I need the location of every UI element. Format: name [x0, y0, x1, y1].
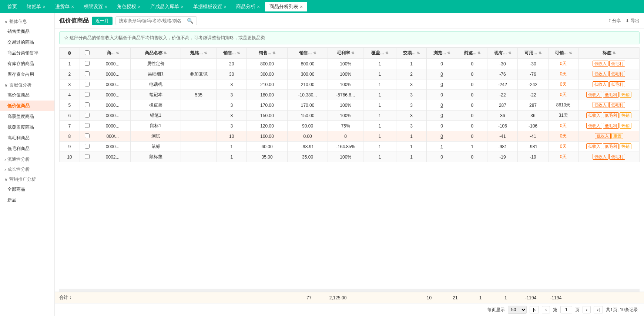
- sidebar-item-stock-capital[interactable]: 库存资金占用: [0, 69, 54, 80]
- first-page-button[interactable]: |‹: [530, 306, 539, 313]
- col-header-transaction[interactable]: 交易... ⇅: [396, 48, 427, 59]
- cell-browse1[interactable]: 0: [427, 152, 457, 162]
- cell-check[interactable]: [80, 79, 95, 90]
- close-icon[interactable]: ✕: [104, 5, 107, 9]
- browse1-link[interactable]: 0: [440, 123, 443, 129]
- cell-browse1[interactable]: 0: [427, 59, 457, 69]
- cell-check[interactable]: [80, 121, 95, 131]
- sidebar-item-high-margin[interactable]: 高毛利商品: [0, 133, 54, 143]
- browse1-link[interactable]: 0: [440, 82, 443, 87]
- col-header-spec[interactable]: 规格... ⇅: [181, 48, 217, 59]
- row-checkbox[interactable]: [85, 154, 90, 159]
- sidebar-item-high-value[interactable]: 高价值商品: [0, 90, 54, 101]
- cell-check[interactable]: [80, 69, 95, 79]
- cell-check[interactable]: [80, 152, 95, 162]
- cell-browse1[interactable]: 0: [427, 131, 457, 142]
- nav-home[interactable]: 首页: [3, 2, 21, 11]
- sidebar-item-traded-products[interactable]: 交易过的商品: [0, 37, 54, 48]
- row-checkbox[interactable]: [85, 102, 90, 107]
- col-header-gross-margin[interactable]: 毛利率 ⇅: [328, 48, 363, 59]
- sidebar-group-circulation[interactable]: › 流通性分析: [0, 154, 54, 164]
- row-checkbox[interactable]: [85, 144, 90, 149]
- col-header-browse2[interactable]: 浏览... ⇅: [457, 48, 487, 59]
- prev-page-button[interactable]: ‹: [542, 306, 550, 313]
- nav-product-analysis[interactable]: 商品分析 ✕: [232, 2, 264, 11]
- cell-browse1[interactable]: 0: [427, 111, 457, 121]
- browse1-link[interactable]: 0: [440, 92, 443, 98]
- cell-browse1[interactable]: 1: [427, 142, 457, 152]
- row-checkbox[interactable]: [85, 92, 90, 97]
- row-checkbox[interactable]: [85, 71, 90, 76]
- close-icon[interactable]: ✕: [224, 5, 227, 9]
- sidebar-item-low-margin[interactable]: 低毛利商品: [0, 143, 54, 154]
- col-header-gear[interactable]: ⚙: [60, 48, 80, 59]
- nav-sales-order[interactable]: 销货单 ✕: [22, 2, 50, 11]
- nav-template[interactable]: 单据模板设置 ✕: [189, 2, 231, 11]
- col-header-tags[interactable]: 标签 ⇅: [578, 48, 639, 59]
- cell-check[interactable]: [80, 131, 95, 142]
- col-header-sales-amount[interactable]: 销售... ⇅: [247, 48, 287, 59]
- sidebar-item-low-coverage[interactable]: 低覆盖度商品: [0, 122, 54, 133]
- browse1-link[interactable]: 1: [440, 144, 443, 149]
- sidebar-group-contribution[interactable]: ∨ 贡献值分析: [0, 80, 54, 90]
- sidebar-item-stock-products[interactable]: 有库存的商品: [0, 58, 54, 69]
- close-icon[interactable]: ✕: [138, 5, 141, 9]
- sidebar-item-new-products[interactable]: 新品: [0, 195, 54, 205]
- cell-browse1[interactable]: 0: [427, 100, 457, 111]
- row-checkbox[interactable]: [85, 113, 90, 118]
- row-checkbox[interactable]: [85, 61, 90, 66]
- browse1-link[interactable]: 0: [440, 154, 443, 160]
- last-page-button[interactable]: ›|: [594, 306, 603, 313]
- share-button[interactable]: ⤴ 分享: [608, 18, 621, 24]
- search-icon[interactable]: 🔍: [187, 18, 193, 24]
- close-icon[interactable]: ✕: [71, 5, 74, 9]
- close-icon[interactable]: ✕: [257, 5, 260, 9]
- sidebar-group-overall[interactable]: ∨ 整体信息: [0, 16, 54, 26]
- search-input[interactable]: [119, 18, 185, 23]
- close-icon[interactable]: ✕: [181, 5, 184, 9]
- nav-product-analysis-list[interactable]: 商品分析列表 ✕: [265, 2, 307, 11]
- browse1-link[interactable]: 0: [440, 134, 443, 139]
- col-header-coverage[interactable]: 覆盖... ⇅: [363, 48, 396, 59]
- sidebar-item-low-value[interactable]: 低价值商品: [0, 101, 54, 111]
- sidebar-item-high-coverage[interactable]: 高覆盖度商品: [0, 111, 54, 122]
- browse1-link[interactable]: 0: [440, 72, 443, 77]
- close-icon[interactable]: ✕: [43, 5, 46, 9]
- row-checkbox[interactable]: [85, 133, 90, 138]
- col-header-check[interactable]: [80, 48, 95, 59]
- col-header-name[interactable]: 商品名称 ⇅: [130, 48, 181, 59]
- cell-browse1[interactable]: 0: [427, 69, 457, 79]
- cell-browse1[interactable]: 0: [427, 121, 457, 131]
- page-size-select[interactable]: 50 100 200: [508, 306, 527, 314]
- col-header-available[interactable]: 可用... ⇅: [518, 48, 548, 59]
- page-number-input[interactable]: [560, 306, 572, 313]
- sidebar-group-growth[interactable]: › 成长性分析: [0, 164, 54, 174]
- export-button[interactable]: ⬇ 导出: [625, 18, 640, 24]
- col-header-browse1[interactable]: 浏览... ⇅: [427, 48, 457, 59]
- cell-check[interactable]: [80, 59, 95, 69]
- close-icon[interactable]: ✕: [300, 5, 303, 9]
- nav-purchase-order[interactable]: 进货单 ✕: [51, 2, 78, 11]
- sidebar-item-all-products[interactable]: 全部商品: [0, 184, 54, 195]
- col-header-sales-profit[interactable]: 销售... ⇅: [287, 48, 328, 59]
- row-checkbox[interactable]: [85, 82, 90, 86]
- next-page-button[interactable]: ›: [583, 306, 591, 313]
- col-header-sellable[interactable]: 可销... ⇅: [548, 48, 578, 59]
- cell-check[interactable]: [80, 100, 95, 111]
- col-header-current-stock[interactable]: 现有... ⇅: [487, 48, 518, 59]
- row-checkbox[interactable]: [85, 123, 90, 128]
- browse1-link[interactable]: 0: [440, 113, 443, 118]
- select-all-checkbox[interactable]: [85, 50, 90, 55]
- time-filter-button[interactable]: 近一月: [92, 17, 113, 25]
- horizontal-scrollbar[interactable]: [59, 289, 640, 292]
- col-header-sales-qty[interactable]: 销售... ⇅: [217, 48, 247, 59]
- cell-check[interactable]: [80, 111, 95, 121]
- nav-role-auth[interactable]: 角色授权 ✕: [113, 2, 145, 11]
- sidebar-item-sales-products[interactable]: 销售类商品: [0, 26, 54, 37]
- cell-browse1[interactable]: 0: [427, 90, 457, 100]
- browse1-link[interactable]: 0: [440, 61, 443, 67]
- browse1-link[interactable]: 0: [440, 103, 443, 108]
- cell-check[interactable]: [80, 142, 95, 152]
- nav-product-stock[interactable]: 产成品入库单 ✕: [146, 2, 188, 11]
- sidebar-item-category-sales-rate[interactable]: 商品分类销售率: [0, 48, 54, 58]
